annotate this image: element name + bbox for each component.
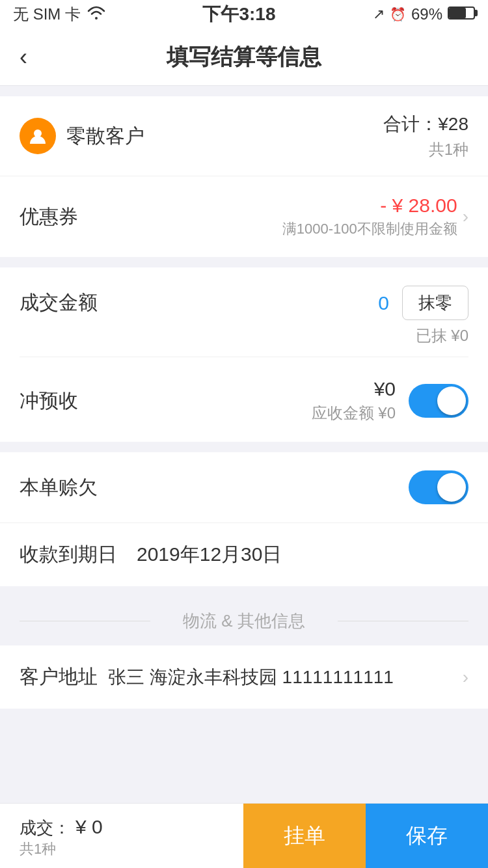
debt-toggle-knob bbox=[437, 473, 466, 502]
customer-name: 零散客户 bbox=[66, 123, 144, 150]
prepay-toggle[interactable] bbox=[409, 384, 468, 418]
content-area: 零散客户 合计：¥28 共1种 优惠券 - ¥ 28.00 满1000-100不… bbox=[0, 96, 488, 784]
coupon-discount: - ¥ 28.00 bbox=[282, 195, 457, 217]
coupon-right: - ¥ 28.00 满1000-100不限制使用金额 › bbox=[282, 195, 468, 239]
customer-row: 零散客户 合计：¥28 共1种 bbox=[0, 96, 488, 176]
deal-amount-row: 成交金额 0 抹零 已抹 ¥0 冲预收 ¥0 应收金额 ¥0 bbox=[0, 267, 488, 442]
address-row[interactable]: 客户地址 张三 海淀永丰科技园 11111111111 › bbox=[0, 645, 488, 709]
duedate-value: 2019年12月30日 bbox=[137, 541, 282, 568]
deal-sub: 已抹 ¥0 bbox=[20, 325, 468, 346]
prepayment-row: 冲预收 ¥0 应收金额 ¥0 bbox=[20, 368, 468, 424]
logistics-divider: 物流 & 其他信息 bbox=[0, 597, 488, 645]
coupon-desc: 满1000-100不限制使用金额 bbox=[282, 219, 457, 239]
address-section: 客户地址 张三 海淀永丰科技园 11111111111 › bbox=[0, 645, 488, 709]
duedate-label: 收款到期日 bbox=[20, 541, 117, 568]
debt-section: 本单赊欠 收款到期日 2019年12月30日 bbox=[0, 452, 488, 586]
address-value: 张三 海淀永丰科技园 11111111111 bbox=[108, 665, 452, 690]
customer-avatar bbox=[20, 118, 56, 154]
prepay-label: 冲预收 bbox=[20, 388, 78, 414]
bottom-bar: 成交： ¥ 0 共1种 挂单 保存 bbox=[0, 803, 488, 868]
nav-bar: ‹ 填写结算等信息 bbox=[0, 29, 488, 86]
bottom-deal-label: 成交： bbox=[20, 817, 70, 839]
back-button[interactable]: ‹ bbox=[20, 44, 27, 71]
location-icon: ↗ bbox=[373, 6, 385, 23]
coupon-row[interactable]: 优惠券 - ¥ 28.00 满1000-100不限制使用金额 › bbox=[0, 176, 488, 257]
customer-section: 零散客户 合计：¥28 共1种 优惠券 - ¥ 28.00 满1000-100不… bbox=[0, 96, 488, 257]
carrier-text: 无 SIM 卡 bbox=[13, 4, 81, 25]
deal-value: 0 bbox=[378, 292, 389, 314]
save-button[interactable]: 保存 bbox=[366, 804, 488, 868]
coupon-label: 优惠券 bbox=[20, 204, 78, 230]
bottom-count: 共1种 bbox=[20, 839, 224, 859]
deal-right: 0 抹零 bbox=[378, 286, 468, 320]
customer-total: 合计：¥28 bbox=[383, 112, 468, 137]
duedate-row: 收款到期日 2019年12月30日 bbox=[20, 541, 468, 568]
coupon-content: - ¥ 28.00 满1000-100不限制使用金额 bbox=[282, 195, 457, 239]
time-display: 下午3:18 bbox=[202, 2, 275, 27]
chevron-right-icon: › bbox=[463, 206, 468, 227]
battery-percent: 69% bbox=[411, 5, 442, 23]
debt-row: 本单赊欠 bbox=[0, 452, 488, 522]
address-label: 客户地址 bbox=[20, 664, 98, 690]
customer-count: 共1种 bbox=[383, 139, 468, 160]
deal-row: 成交金额 0 抹零 bbox=[20, 286, 468, 320]
address-chevron-icon: › bbox=[463, 667, 468, 688]
deal-label: 成交金额 bbox=[20, 290, 98, 316]
prepay-sub: 应收金额 ¥0 bbox=[312, 403, 396, 424]
debt-toggle[interactable] bbox=[409, 470, 468, 504]
status-bar-left: 无 SIM 卡 bbox=[13, 4, 105, 25]
duedate-section: 收款到期日 2019年12月30日 bbox=[0, 522, 488, 586]
bottom-deal-value: ¥ 0 bbox=[75, 816, 103, 838]
divider bbox=[20, 357, 468, 357]
bottom-deal-row: 成交： ¥ 0 bbox=[20, 813, 224, 839]
bottom-info: 成交： ¥ 0 共1种 bbox=[0, 804, 243, 868]
round-zero-button[interactable]: 抹零 bbox=[402, 286, 468, 320]
customer-right: 合计：¥28 共1种 bbox=[383, 112, 468, 160]
hold-button[interactable]: 挂单 bbox=[243, 804, 366, 868]
status-bar: 无 SIM 卡 下午3:18 ↗ ⏰ 69% bbox=[0, 0, 488, 29]
prepay-value: ¥0 bbox=[312, 378, 396, 400]
page-title: 填写结算等信息 bbox=[167, 42, 321, 72]
debt-label: 本单赊欠 bbox=[20, 474, 98, 501]
battery-icon bbox=[448, 5, 475, 23]
toggle-knob bbox=[437, 387, 466, 415]
status-bar-right: ↗ ⏰ 69% bbox=[373, 5, 475, 23]
prepay-values: ¥0 应收金额 ¥0 bbox=[312, 378, 396, 424]
deal-section: 成交金额 0 抹零 已抹 ¥0 冲预收 ¥0 应收金额 ¥0 bbox=[0, 267, 488, 442]
wifi-icon bbox=[87, 5, 105, 23]
alarm-icon: ⏰ bbox=[390, 7, 406, 22]
prepay-right: ¥0 应收金额 ¥0 bbox=[312, 378, 468, 424]
logistics-label: 物流 & 其他信息 bbox=[183, 610, 305, 632]
customer-left: 零散客户 bbox=[20, 118, 144, 154]
